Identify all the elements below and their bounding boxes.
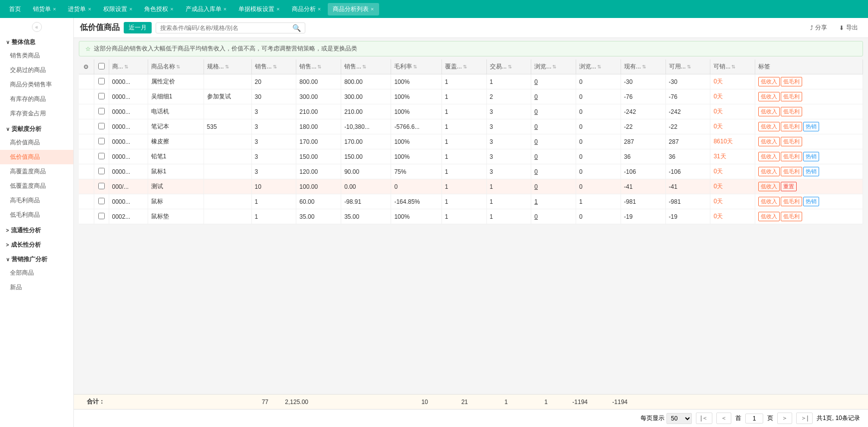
th-code[interactable]: 商...⇅	[109, 59, 148, 74]
search-icon[interactable]: 🔍	[292, 24, 301, 32]
row-check[interactable]	[94, 164, 109, 179]
sidebar-item-sales-goods[interactable]: 销售类商品	[0, 48, 73, 63]
row-checkbox[interactable]	[98, 168, 105, 174]
row-check[interactable]	[94, 149, 109, 164]
sidebar-item-stock-fund[interactable]: 库存资金占用	[0, 106, 73, 121]
row-checkbox[interactable]	[98, 93, 105, 99]
row-checkbox[interactable]	[98, 213, 105, 219]
browse-link[interactable]: 0	[534, 138, 538, 145]
browse-link[interactable]: 0	[534, 93, 538, 100]
browse-link[interactable]: 0	[534, 183, 538, 190]
sidebar-item-low-value[interactable]: 低价值商品	[0, 150, 73, 164]
browse-link[interactable]: 1	[534, 198, 538, 205]
nav-goods-analysis-list[interactable]: 商品分析列表 ×	[328, 3, 379, 15]
prev-page-btn[interactable]: ＜	[716, 413, 731, 424]
nav-close-goods-list[interactable]: ×	[371, 6, 374, 12]
row-checkbox[interactable]	[98, 123, 105, 129]
th-sale-amt[interactable]: 销售...⇅	[296, 59, 341, 74]
sidebar-item-low-margin[interactable]: 低毛利商品	[0, 208, 73, 222]
sidebar-item-stock-goods[interactable]: 有库存的商品	[0, 92, 73, 106]
row-browse1[interactable]: 0	[531, 89, 576, 104]
browse-link[interactable]: 0	[534, 78, 538, 85]
row-browse1[interactable]: 1	[531, 194, 576, 209]
row-browse1[interactable]: 0	[531, 209, 576, 224]
per-page-select[interactable]: 50 100 200	[666, 413, 692, 424]
th-current-stock[interactable]: 现有...⇅	[621, 59, 665, 74]
export-btn[interactable]: ⬇ 导出	[835, 22, 862, 33]
th-gear[interactable]: ⚙	[79, 59, 94, 74]
sidebar-item-all-goods[interactable]: 全部商品	[0, 266, 73, 280]
sidebar-item-high-value[interactable]: 高价值商品	[0, 135, 73, 150]
row-browse1[interactable]: 0	[531, 104, 576, 119]
sidebar-section-marketing[interactable]: ∨ 营销推广分析	[0, 251, 73, 266]
share-btn[interactable]: ⤴ 分享	[806, 22, 831, 33]
nav-product-storage[interactable]: 产成品入库单 ×	[181, 3, 231, 15]
th-sale-avg[interactable]: 销售...⇅	[341, 59, 391, 74]
nav-close-purchase[interactable]: ×	[88, 6, 91, 12]
nav-close-product-storage[interactable]: ×	[223, 6, 226, 12]
nav-close-sales[interactable]: ×	[53, 6, 56, 12]
row-browse1[interactable]: 0	[531, 74, 576, 89]
sidebar-section-overview[interactable]: ∨ 整体信息	[0, 34, 73, 48]
first-page-btn[interactable]: |＜	[696, 413, 712, 424]
filter-period-btn[interactable]: 近一月	[124, 22, 152, 33]
row-check[interactable]	[94, 209, 109, 224]
table-wrapper[interactable]: ⚙ 商...⇅ 商品名称⇅ 规格...⇅ 销售...⇅ 销售...⇅ 销售...…	[74, 56, 868, 394]
th-coverage[interactable]: 覆盖...⇅	[441, 59, 486, 74]
sidebar-item-low-coverage[interactable]: 低覆盖度商品	[0, 179, 73, 193]
browse-link[interactable]: 0	[534, 153, 538, 160]
row-check[interactable]	[94, 104, 109, 119]
th-gross-rate[interactable]: 毛利率⇅	[391, 59, 441, 74]
th-browse1[interactable]: 浏览...⇅	[531, 59, 576, 74]
th-spec[interactable]: 规格...⇅	[204, 59, 251, 74]
last-page-btn[interactable]: ＞|	[796, 413, 813, 424]
row-browse1[interactable]: 0	[531, 149, 576, 164]
th-sale-qty[interactable]: 销售...⇅	[251, 59, 296, 74]
sidebar-item-traded-goods[interactable]: 交易过的商品	[0, 63, 73, 77]
row-check[interactable]	[94, 74, 109, 89]
nav-close-goods-analysis[interactable]: ×	[318, 6, 321, 12]
row-check[interactable]	[94, 119, 109, 134]
sidebar-item-new-goods[interactable]: 新品	[0, 280, 73, 295]
row-browse1[interactable]: 0	[531, 134, 576, 149]
nav-close-permission[interactable]: ×	[129, 6, 132, 12]
row-browse1[interactable]: 0	[531, 119, 576, 134]
row-check[interactable]	[94, 179, 109, 194]
sidebar-collapse-btn[interactable]: «	[32, 22, 42, 32]
browse-link[interactable]: 0	[534, 168, 538, 175]
sidebar-section-circulation[interactable]: > 流通性分析	[0, 222, 73, 237]
sidebar-section-growth[interactable]: > 成长性分析	[0, 237, 73, 251]
row-checkbox[interactable]	[98, 138, 105, 144]
row-browse1[interactable]: 0	[531, 179, 576, 194]
th-trade[interactable]: 交易...⇅	[486, 59, 531, 74]
row-checkbox[interactable]	[98, 153, 105, 159]
select-all-checkbox[interactable]	[98, 63, 105, 69]
browse-link[interactable]: 0	[534, 123, 538, 130]
sidebar-item-high-coverage[interactable]: 高覆盖度商品	[0, 164, 73, 179]
nav-role[interactable]: 角色授权 ×	[139, 3, 178, 15]
th-name[interactable]: 商品名称⇅	[148, 59, 204, 74]
nav-template[interactable]: 单据模板设置 ×	[233, 3, 284, 15]
sidebar-item-high-margin[interactable]: 高毛利商品	[0, 193, 73, 208]
nav-home[interactable]: 首页	[4, 3, 26, 15]
nav-purchase[interactable]: 进货单 ×	[63, 3, 96, 15]
nav-close-template[interactable]: ×	[276, 6, 279, 12]
row-checkbox[interactable]	[98, 198, 105, 204]
row-check[interactable]	[94, 134, 109, 149]
sidebar-section-contribution[interactable]: ∨ 贡献度分析	[0, 121, 73, 135]
next-page-btn[interactable]: ＞	[777, 413, 792, 424]
th-browse2[interactable]: 浏览...⇅	[576, 59, 621, 74]
search-input[interactable]	[160, 24, 290, 31]
row-browse1[interactable]: 0	[531, 164, 576, 179]
nav-permission[interactable]: 权限设置 ×	[98, 3, 137, 15]
browse-link[interactable]: 0	[534, 213, 538, 220]
nav-close-role[interactable]: ×	[170, 6, 173, 12]
browse-link[interactable]: 0	[534, 108, 538, 115]
page-input[interactable]	[745, 414, 763, 424]
th-avail-stock[interactable]: 可用...⇅	[665, 59, 710, 74]
row-checkbox[interactable]	[98, 78, 105, 84]
nav-sales[interactable]: 销货单 ×	[28, 3, 61, 15]
row-check[interactable]	[94, 89, 109, 104]
row-checkbox[interactable]	[98, 108, 105, 114]
sidebar-item-category-rate[interactable]: 商品分类销售率	[0, 77, 73, 92]
